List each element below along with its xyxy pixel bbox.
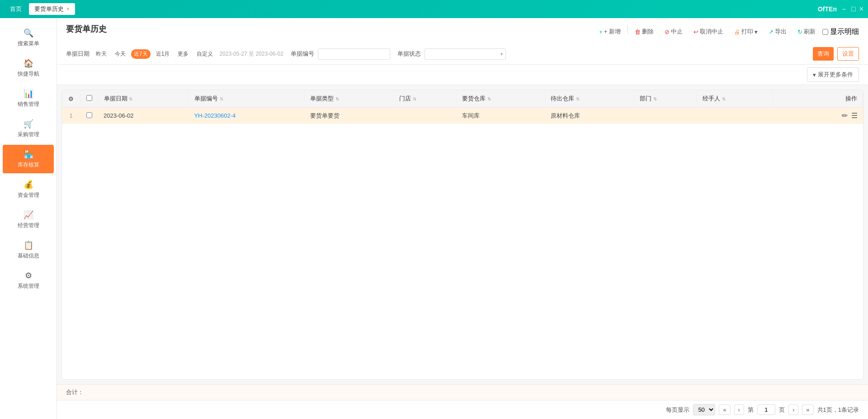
cancel-stop-label: 取消中止 bbox=[700, 28, 723, 36]
date-tag-1month[interactable]: 近1月 bbox=[153, 49, 173, 59]
col-settings[interactable]: ⚙ bbox=[62, 90, 80, 108]
sales-icon: 📊 bbox=[24, 89, 33, 99]
sort-date-icon: ⇅ bbox=[129, 96, 132, 101]
print-button[interactable]: 🖨 打印 ▾ bbox=[730, 25, 762, 38]
date-tag-custom[interactable]: 自定义 bbox=[194, 49, 216, 59]
row-actions: ✏ ☰ bbox=[773, 108, 863, 124]
sidebar-item-quick-nav[interactable]: 🏠 快捷导航 bbox=[3, 54, 54, 82]
data-table-container: ⚙ 单据日期 ⇅ 单据编号 ⇅ bbox=[61, 90, 863, 380]
add-button[interactable]: + + 新增 bbox=[595, 25, 625, 38]
tab-home[interactable]: 首页 bbox=[5, 3, 27, 15]
sidebar-item-label: 库存核算 bbox=[18, 161, 39, 169]
per-page-select[interactable]: 50 bbox=[693, 404, 715, 415]
sidebar-item-label: 基础信息 bbox=[18, 252, 39, 260]
sort-store-icon: ⇅ bbox=[413, 96, 416, 101]
sidebar-item-search-menu[interactable]: 🔍 搜索菜单 bbox=[3, 24, 54, 52]
main-layout: 🔍 搜索菜单 🏠 快捷导航 📊 销售管理 🛒 采购管理 🏪 库存核算 💰 资金管… bbox=[0, 18, 868, 419]
per-page-label: 每页显示 bbox=[666, 406, 689, 414]
sidebar-item-purchase[interactable]: 🛒 采购管理 bbox=[3, 114, 54, 143]
sidebar-item-label: 经营管理 bbox=[18, 222, 39, 229]
purchase-icon: 🛒 bbox=[24, 119, 33, 129]
sidebar-item-finance[interactable]: 💰 资金管理 bbox=[3, 175, 54, 204]
filter-action-group: 查询 设置 bbox=[813, 47, 859, 61]
date-tag-more[interactable]: 更多 bbox=[175, 49, 191, 59]
date-filter-group: 单据日期 昨天 今天 近7天 近1月 更多 自定义 2023-05-27 至 2… bbox=[66, 49, 283, 59]
col-docnum-label: 单据编号 bbox=[194, 95, 218, 102]
last-page-button[interactable]: » bbox=[802, 405, 813, 415]
sort-docnum-icon: ⇅ bbox=[220, 96, 223, 101]
data-table: ⚙ 单据日期 ⇅ 单据编号 ⇅ bbox=[62, 90, 863, 124]
col-dept-label: 部门 bbox=[640, 95, 651, 102]
toolbar-right: + + 新增 🗑 删除 ⊘ 中止 ↩ 取消中止 bbox=[595, 25, 859, 38]
refresh-button[interactable]: ↻ 刷新 bbox=[793, 25, 820, 38]
row-detail-icon[interactable]: ☰ bbox=[851, 111, 858, 120]
operation-icon: 📈 bbox=[24, 210, 33, 220]
tab-active[interactable]: 要货单历史 × bbox=[29, 3, 75, 15]
sidebar-item-inventory[interactable]: 🏪 库存核算 bbox=[3, 145, 54, 173]
row-docnum-link[interactable]: YH-20230602-4 bbox=[194, 112, 236, 119]
page-number-input[interactable] bbox=[757, 405, 775, 415]
expand-conditions-button[interactable]: ▾ 展开更多条件 bbox=[807, 67, 859, 82]
sum-row: 合计： bbox=[57, 384, 868, 400]
row-edit-icon[interactable]: ✏ bbox=[842, 111, 848, 120]
col-doctype[interactable]: 单据类型 ⇅ bbox=[305, 90, 394, 108]
stop-button[interactable]: ⊘ 中止 bbox=[660, 25, 687, 38]
col-docnum[interactable]: 单据编号 ⇅ bbox=[189, 90, 304, 108]
first-page-button[interactable]: « bbox=[719, 405, 730, 415]
row-checkbox-cell[interactable] bbox=[80, 108, 98, 124]
prev-page-button[interactable]: ‹ bbox=[734, 405, 744, 415]
date-filter-label: 单据日期 bbox=[66, 50, 90, 58]
sidebar-item-system[interactable]: ⚙ 系统管理 bbox=[3, 266, 54, 295]
col-checkbox[interactable] bbox=[80, 90, 98, 108]
sum-label: 合计： bbox=[66, 389, 84, 395]
docnum-filter-label: 单据编号 bbox=[291, 50, 314, 58]
row-wait-warehouse: 原材料仓库 bbox=[545, 108, 634, 124]
sidebar-item-sales[interactable]: 📊 销售管理 bbox=[3, 84, 54, 113]
col-req-warehouse-label: 要货仓库 bbox=[462, 95, 486, 102]
export-button[interactable]: ↗ 导出 bbox=[764, 25, 791, 38]
col-date[interactable]: 单据日期 ⇅ bbox=[98, 90, 189, 108]
expand-conditions-bar: ▾ 展开更多条件 bbox=[66, 65, 859, 85]
sort-wait-warehouse-icon: ⇅ bbox=[576, 96, 580, 101]
sidebar-item-basic[interactable]: 📋 基础信息 bbox=[3, 236, 54, 264]
date-tag-yesterday[interactable]: 昨天 bbox=[93, 49, 109, 59]
col-store[interactable]: 门店 ⇅ bbox=[394, 90, 457, 108]
stop-icon: ⊘ bbox=[665, 29, 670, 35]
col-dept[interactable]: 部门 ⇅ bbox=[634, 90, 697, 108]
date-tag-today[interactable]: 今天 bbox=[112, 49, 128, 59]
delete-button[interactable]: 🗑 删除 bbox=[631, 25, 658, 38]
row-checkbox[interactable] bbox=[86, 112, 92, 118]
select-all-checkbox[interactable] bbox=[86, 95, 92, 101]
status-filter-group: 单据状态 ▾ bbox=[397, 48, 506, 60]
add-icon: + bbox=[599, 29, 603, 35]
status-select-wrapper: ▾ bbox=[425, 48, 506, 60]
table-row: 1 2023-06-02 YH-20230602-4 要货单要货 车间库 原材料… bbox=[62, 108, 863, 124]
page-label: 第 bbox=[748, 406, 754, 414]
sidebar-item-operation[interactable]: 📈 经营管理 bbox=[3, 205, 54, 234]
expand-conditions-label: 展开更多条件 bbox=[818, 71, 853, 79]
date-tag-7days[interactable]: 近7天 bbox=[131, 49, 151, 59]
col-action-label: 操作 bbox=[845, 95, 857, 102]
display-detail-checkbox[interactable] bbox=[822, 29, 828, 35]
query-button[interactable]: 查询 bbox=[813, 47, 834, 61]
top-bar-right: OfTEn － □ × bbox=[814, 5, 863, 14]
basic-icon: 📋 bbox=[24, 240, 33, 250]
export-label: 导出 bbox=[775, 28, 787, 36]
pagination-bar: 每页显示 50 « ‹ 第 页 › » 共1页，1条记录 bbox=[57, 400, 868, 419]
status-filter-select[interactable] bbox=[425, 48, 506, 60]
next-page-button[interactable]: › bbox=[788, 405, 798, 415]
col-req-warehouse[interactable]: 要货仓库 ⇅ bbox=[457, 90, 545, 108]
window-maximize-button[interactable]: □ bbox=[851, 5, 856, 13]
col-wait-warehouse[interactable]: 待出仓库 ⇅ bbox=[545, 90, 634, 108]
window-close-button[interactable]: × bbox=[859, 5, 863, 13]
cancel-stop-button[interactable]: ↩ 取消中止 bbox=[689, 25, 727, 38]
window-minimize-button[interactable]: － bbox=[840, 5, 848, 14]
tab-close-icon[interactable]: × bbox=[66, 6, 70, 12]
sidebar-item-label: 销售管理 bbox=[18, 100, 39, 108]
settings-button[interactable]: 设置 bbox=[837, 47, 859, 61]
sort-req-warehouse-icon: ⇅ bbox=[487, 96, 491, 101]
display-detail-label: 显示明细 bbox=[830, 27, 859, 37]
col-handler[interactable]: 经手人 ⇅ bbox=[697, 90, 773, 108]
sidebar-item-label: 快捷导航 bbox=[18, 70, 39, 78]
docnum-filter-input[interactable] bbox=[318, 48, 390, 60]
